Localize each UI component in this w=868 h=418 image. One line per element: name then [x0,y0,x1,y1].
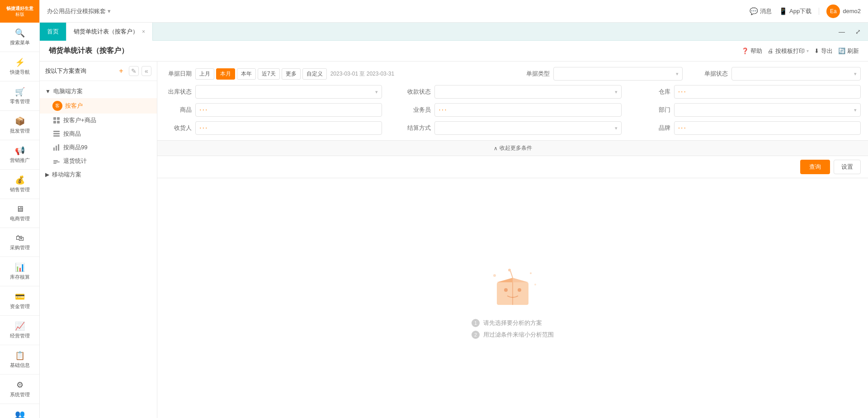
receiver-label: 收货人 [165,124,192,132]
collapse-bar[interactable]: ∧ 收起更多条件 [157,141,868,156]
scheme-header-actions: + ✎ « [116,66,151,76]
payment-label: 结算方式 [404,124,431,132]
settings-button[interactable]: 设置 [834,160,861,174]
sidebar-item-operation[interactable]: 📈 经营管理 [0,316,39,345]
logo-text: 畅捷通好生意 标版 [6,5,33,17]
sidebar-item-marketing[interactable]: 📢 营销推广 [0,140,39,170]
export-btn[interactable]: ⬇ 导出 [814,47,833,55]
top-header: 办公用品行业模拟账套 ▾ 💬 消息 📱 App下载 Ea demo2 [40,0,868,23]
tab-close-btn[interactable]: × [142,28,145,35]
warehouse-dots: ··· [678,88,687,96]
scheme-mobile-header[interactable]: ▶ 移动端方案 [40,168,157,181]
sidebar-label-system: 系统管理 [10,391,30,398]
industry-selector[interactable]: 办公用品行业模拟账套 ▾ [47,7,111,15]
sidebar-item-collab[interactable]: 👥 企业协同 [0,404,39,418]
date-last-month-btn[interactable]: 上月 [195,68,214,80]
sidebar-label-retail: 零售管理 [10,98,30,105]
salesperson-select[interactable]: ··· [434,103,621,117]
order-type-select[interactable]: ▾ [553,67,683,81]
empty-state: 1 请先选择要分析的方案 2 用过滤条件来缩小分析范围 [157,178,868,418]
scheme-item-by-goods[interactable]: 按商品 [40,127,157,141]
sidebar-icon-basic: 📋 [15,351,25,361]
sidebar-item-search[interactable]: 🔍 搜索菜单 [0,23,39,52]
sidebar-label-sales: 销售管理 [10,186,30,193]
pay-status-select[interactable]: ▾ [434,85,621,99]
scheme-header-title: 按以下方案查询 [45,67,86,75]
sidebar-item-ecommerce[interactable]: 🖥 电商管理 [0,199,39,228]
sidebar-item-sales[interactable]: 💰 销售管理 [0,170,39,199]
dept-select[interactable]: ▾ [674,103,861,117]
scheme-header: 按以下方案查询 + ✎ « [40,62,157,81]
grid-icon [52,116,61,124]
payment-arrow: ▾ [615,125,618,131]
header-divider [819,8,819,15]
sidebar-item-purchase[interactable]: 🛍 采购管理 [0,228,39,257]
tab-expand-btn[interactable]: ⤢ [852,25,864,38]
svg-rect-3 [57,121,60,124]
order-type-label: 单据类型 [523,70,550,78]
out-status-label: 出库状态 [165,88,192,96]
svg-rect-5 [53,133,60,134]
scheme-item-customer-goods[interactable]: 按客户+商品 [40,114,157,127]
tab-current[interactable]: 销货单统计表（按客户） × [66,23,153,41]
tab-minimize-btn[interactable]: — [835,25,848,38]
sidebar-item-inventory[interactable]: 📊 库存核算 [0,257,39,286]
scheme-desktop-header[interactable]: ▼ 电脑端方案 [40,85,157,98]
user-menu-btn[interactable]: Ea demo2 [826,5,861,18]
goods-select[interactable]: ··· [195,103,382,117]
sidebar-item-basic[interactable]: 📋 基础信息 [0,345,39,375]
sidebar-icon-ecommerce: 🖥 [16,204,24,214]
tab-home[interactable]: 首页 [40,23,66,41]
message-icon: 💬 [750,7,758,15]
refresh-icon: 🔄 [838,48,845,54]
scheme-item-by-goods99[interactable]: 按商品99 [40,141,157,154]
query-button[interactable]: 查询 [800,160,830,174]
order-status-select[interactable]: ▾ [731,67,861,81]
date-custom-btn[interactable]: 自定义 [302,68,327,80]
svg-rect-9 [58,144,59,151]
svg-point-17 [504,288,508,292]
svg-rect-7 [53,147,55,151]
scheme-mobile-category: ▶ 移动端方案 [40,168,157,181]
sidebar-item-quicknav[interactable]: ⚡ 快捷导航 [0,52,39,81]
tip-1-num: 1 [472,319,480,327]
scheme-item-return-stats[interactable]: 退货统计 [40,154,157,168]
sidebar-icon-inventory: 📊 [15,262,25,272]
action-bar: 查询 设置 [157,156,868,178]
print-btn[interactable]: 🖨 按模板打印 ▾ [768,47,809,55]
help-icon: ❓ [741,48,749,54]
sidebar-item-finance[interactable]: 💳 资金管理 [0,286,39,316]
receiver-dots: ··· [199,124,208,132]
pay-status-label: 收款状态 [404,88,431,96]
sidebar-icon-system: ⚙ [16,380,24,390]
scheme-edit-btn[interactable]: ✎ [129,66,139,76]
scheme-desktop-category: ▼ 电脑端方案 客 按客户 按客户+商品 [40,85,157,168]
empty-tips: 1 请先选择要分析的方案 2 用过滤条件来缩小分析范围 [472,319,554,339]
table-icon [52,130,61,138]
help-btn[interactable]: ❓ 帮助 [741,47,762,55]
scheme-item-by-customer[interactable]: 客 按客户 [40,98,157,114]
payment-select[interactable]: ▾ [434,121,621,135]
page-actions: ❓ 帮助 🖨 按模板打印 ▾ ⬇ 导出 🔄 刷新 [741,47,859,55]
receiver-select[interactable]: ··· [195,121,382,135]
date-this-month-btn[interactable]: 本月 [216,68,235,80]
date-more-btn[interactable]: 更多 [282,68,301,80]
out-status-select[interactable]: ▾ [195,85,382,99]
sidebar-icon-finance: 💳 [15,292,25,302]
scheme-add-btn[interactable]: + [116,66,126,76]
sidebar-item-system[interactable]: ⚙ 系统管理 [0,375,39,404]
sidebar-item-wholesale[interactable]: 📦 批发管理 [0,111,39,140]
warehouse-select[interactable]: ··· [674,85,861,99]
order-status-arrow: ▾ [854,71,857,77]
header-left: 办公用品行业模拟账套 ▾ [47,7,111,15]
brand-select[interactable]: ··· [674,121,861,135]
refresh-btn[interactable]: 🔄 刷新 [838,47,859,55]
date-this-year-btn[interactable]: 本年 [237,68,256,80]
sidebar-item-retail[interactable]: 🛒 零售管理 [0,81,39,111]
message-btn[interactable]: 💬 消息 [750,7,772,15]
scheme-collapse-btn[interactable]: « [142,66,151,76]
date-7days-btn[interactable]: 近7天 [258,68,280,80]
app-download-btn[interactable]: 📱 App下载 [779,7,811,15]
tip-2-text: 用过滤条件来缩小分析范围 [483,331,554,339]
bar-icon [52,157,61,165]
